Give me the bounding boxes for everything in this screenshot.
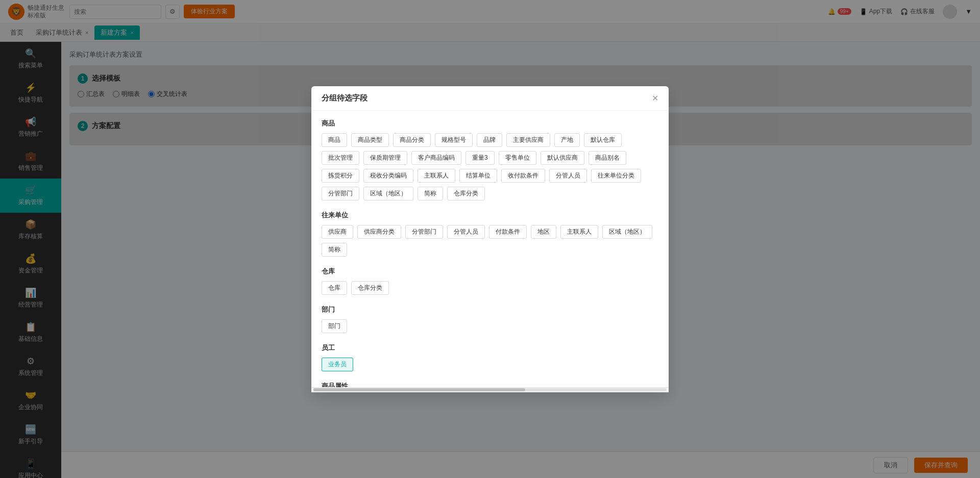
chip-default-supplier[interactable]: 默认供应商 <box>541 151 584 165</box>
chip-warehouse-cat2[interactable]: 仓库分类 <box>351 281 389 295</box>
chip-managed-dept[interactable]: 分管部门 <box>405 225 443 239</box>
chip-main-supplier[interactable]: 主要供应商 <box>506 133 550 147</box>
chip-origin[interactable]: 产地 <box>554 133 580 147</box>
chip-pickup-score[interactable]: 拣货积分 <box>322 169 359 183</box>
chip-region[interactable]: 区域（地区） <box>363 187 413 200</box>
chip-product[interactable]: 商品 <box>322 133 347 147</box>
chip-area[interactable]: 地区 <box>531 225 556 239</box>
dept-fields: 部门 <box>322 319 658 333</box>
modal-body: 商品 商品 商品类型 商品分类 规格型号 品牌 主要供应商 产地 默认仓库 批次… <box>311 111 669 387</box>
chip-supplier[interactable]: 供应商 <box>322 225 353 239</box>
section-dept: 部门 部门 <box>322 305 658 333</box>
modal-hscrollbar[interactable] <box>311 387 669 392</box>
modal-title: 分组待选字段 <box>322 93 368 103</box>
chip-shelf-life[interactable]: 保质期管理 <box>363 151 407 165</box>
employee-fields: 业务员 <box>322 358 658 371</box>
chip-supervisor[interactable]: 分管人员 <box>549 169 587 183</box>
chip-spec-model[interactable]: 规格型号 <box>435 133 473 147</box>
modal-header: 分组待选字段 ✕ <box>311 86 669 111</box>
chip-default-warehouse[interactable]: 默认仓库 <box>584 133 622 147</box>
chip-dept[interactable]: 部门 <box>322 319 347 333</box>
chip-dept-managed[interactable]: 分管部门 <box>322 187 359 200</box>
chip-product-category[interactable]: 商品分类 <box>393 133 431 147</box>
counterparty-fields: 供应商 供应商分类 分管部门 分管人员 付款条件 地区 主联系人 区域（地区） … <box>322 225 658 257</box>
section-product-title: 商品 <box>322 119 658 128</box>
section-warehouse-title: 仓库 <box>322 267 658 276</box>
chip-managed-person[interactable]: 分管人员 <box>447 225 485 239</box>
modal-hscroll-thumb <box>313 388 525 391</box>
chip-salesperson[interactable]: 业务员 <box>322 358 353 371</box>
modal-close-button[interactable]: ✕ <box>652 93 658 103</box>
chip-product-alias[interactable]: 商品别名 <box>589 151 626 165</box>
chip-short-name[interactable]: 简称 <box>418 187 443 200</box>
chip-short-name2[interactable]: 简称 <box>322 243 347 257</box>
section-product-attr: 商品属性 属性 颜色 多规格 尺码 鞋码 1 <box>322 382 658 387</box>
chip-supplier-cat[interactable]: 供应商分类 <box>357 225 401 239</box>
chip-tax-code[interactable]: 税收分类编码 <box>363 169 413 183</box>
chip-main-contact2[interactable]: 主联系人 <box>560 225 598 239</box>
section-dept-title: 部门 <box>322 305 658 314</box>
section-employee: 员工 业务员 <box>322 343 658 371</box>
section-employee-title: 员工 <box>322 343 658 353</box>
chip-payment-cond[interactable]: 付款条件 <box>489 225 527 239</box>
chip-brand[interactable]: 品牌 <box>477 133 502 147</box>
field-select-modal: 分组待选字段 ✕ 商品 商品 商品类型 商品分类 规格型号 品牌 主要供应商 产… <box>311 86 669 392</box>
chip-customer-code[interactable]: 客户商品编码 <box>411 151 461 165</box>
chip-warehouse-cat[interactable]: 仓库分类 <box>447 187 485 200</box>
section-counterparty: 往来单位 供应商 供应商分类 分管部门 分管人员 付款条件 地区 主联系人 区域… <box>322 211 658 257</box>
chip-unit-category[interactable]: 往来单位分类 <box>591 169 641 183</box>
chip-region2[interactable]: 区域（地区） <box>602 225 652 239</box>
warehouse-fields: 仓库 仓库分类 <box>322 281 658 295</box>
section-warehouse: 仓库 仓库 仓库分类 <box>322 267 658 295</box>
chip-product-type[interactable]: 商品类型 <box>351 133 389 147</box>
chip-payment-terms[interactable]: 收付款条件 <box>501 169 545 183</box>
chip-warehouse[interactable]: 仓库 <box>322 281 347 295</box>
chip-batch-mgmt[interactable]: 批次管理 <box>322 151 359 165</box>
section-product-attr-title: 商品属性 <box>322 382 658 387</box>
section-product: 商品 商品 商品类型 商品分类 规格型号 品牌 主要供应商 产地 默认仓库 批次… <box>322 119 658 200</box>
chip-settlement-unit[interactable]: 结算单位 <box>459 169 497 183</box>
section-counterparty-title: 往来单位 <box>322 211 658 220</box>
product-fields: 商品 商品类型 商品分类 规格型号 品牌 主要供应商 产地 默认仓库 批次管理 … <box>322 133 658 200</box>
modal-hscroll-track <box>313 388 667 391</box>
chip-retail-unit[interactable]: 零售单位 <box>499 151 536 165</box>
chip-main-contact[interactable]: 主联系人 <box>418 169 455 183</box>
modal-overlay: 分组待选字段 ✕ 商品 商品 商品类型 商品分类 规格型号 品牌 主要供应商 产… <box>0 0 980 478</box>
chip-weight3[interactable]: 重量3 <box>465 151 495 165</box>
